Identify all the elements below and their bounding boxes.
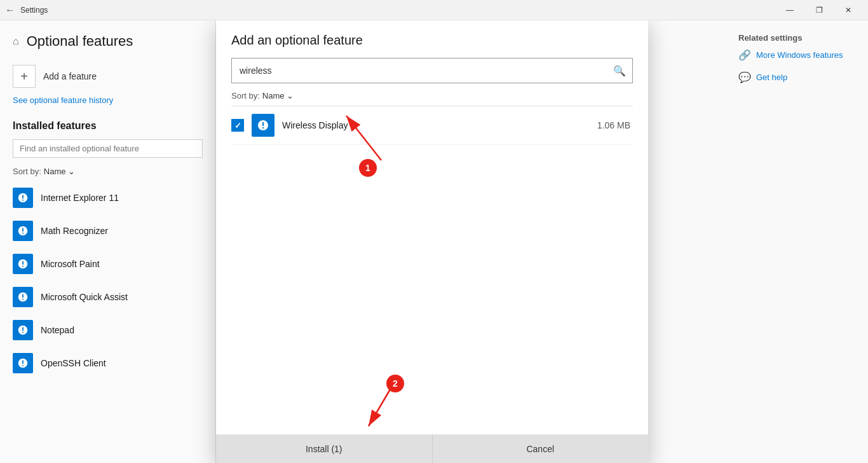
modal-body: Add an optional feature 🔍 Sort by: Name …	[216, 20, 648, 434]
list-item[interactable]: Microsoft Quick Assist	[0, 280, 215, 314]
feature-name: Math Recognizer	[41, 226, 108, 236]
add-feature-row[interactable]: + Add a feature	[0, 60, 215, 93]
feature-name: Internet Explorer 11	[41, 193, 119, 203]
back-icon[interactable]: ←	[5, 4, 15, 16]
result-feature-icon	[252, 114, 275, 137]
modal-dialog: Add an optional feature 🔍 Sort by: Name …	[216, 20, 648, 463]
see-history-link[interactable]: See optional feature history	[0, 93, 215, 115]
modal-heading: Add an optional feature	[231, 33, 633, 48]
link-icon: 🔗	[738, 49, 751, 61]
page-title: Optional features	[27, 33, 133, 50]
modal-search-button[interactable]: 🔍	[607, 59, 632, 83]
help-icon: 💬	[738, 71, 751, 83]
result-item: ✓ Wireless Display 1.06 MB	[231, 106, 633, 145]
add-feature-button[interactable]: +	[13, 65, 36, 88]
title-bar-controls: — ❐ ✕	[775, 0, 863, 20]
result-checkbox[interactable]: ✓	[231, 119, 244, 132]
sort-by-name-button[interactable]: Name ⌄	[44, 167, 76, 176]
feature-icon	[13, 287, 33, 307]
center-area: Add an optional feature 🔍 Sort by: Name …	[216, 20, 728, 463]
add-feature-label: Add a feature	[43, 71, 97, 81]
feature-name: Microsoft Paint	[41, 259, 100, 269]
more-windows-features-link[interactable]: 🔗 More Windows features	[738, 49, 858, 61]
chevron-down-icon: ⌄	[68, 167, 75, 176]
sidebar: ⌂ Optional features + Add a feature See …	[0, 20, 216, 463]
install-button[interactable]: Install (1)	[216, 435, 432, 463]
list-item[interactable]: Microsoft Paint	[0, 247, 215, 280]
title-bar: ← Settings — ❐ ✕	[0, 0, 868, 20]
sort-by-label: Sort by:	[231, 91, 260, 100]
feature-name: Notepad	[41, 325, 74, 335]
search-installed-container	[13, 139, 203, 158]
sort-by-label: Sort by:	[13, 167, 41, 176]
list-item[interactable]: Math Recognizer	[0, 214, 215, 247]
list-item[interactable]: Internet Explorer 11	[0, 181, 215, 214]
installed-features-title: Installed features	[0, 115, 215, 139]
modal-sort-row: Sort by: Name ⌄	[231, 91, 633, 100]
title-bar-left: ← Settings	[5, 4, 775, 16]
sort-row-sidebar: Sort by: Name ⌄	[0, 163, 215, 181]
feature-name: Microsoft Quick Assist	[41, 292, 128, 302]
list-item[interactable]: Notepad	[0, 314, 215, 347]
list-item[interactable]: OpenSSH Client	[0, 347, 215, 380]
feature-icon	[13, 188, 33, 208]
feature-icon	[13, 254, 33, 274]
checkmark-icon: ✓	[234, 121, 241, 130]
search-icon: 🔍	[613, 65, 626, 77]
plus-icon: +	[20, 69, 28, 84]
cancel-button[interactable]: Cancel	[432, 435, 649, 463]
feature-name: OpenSSH Client	[41, 358, 106, 368]
minimize-button[interactable]: —	[775, 0, 804, 20]
modal-search-input[interactable]	[232, 60, 607, 81]
feature-icon	[13, 221, 33, 241]
search-installed-input[interactable]	[13, 139, 203, 158]
feature-icon	[13, 353, 33, 373]
modal-results-area: ✓ Wireless Display 1.06 MB	[231, 106, 633, 385]
home-icon[interactable]: ⌂	[13, 36, 19, 47]
feature-icon	[13, 320, 33, 340]
chevron-down-icon: ⌄	[287, 91, 294, 100]
main-content: ⌂ Optional features + Add a feature See …	[0, 20, 868, 463]
modal-search-row: 🔍	[231, 58, 633, 83]
get-help-link[interactable]: 💬 Get help	[738, 71, 858, 83]
sidebar-header: ⌂ Optional features	[0, 20, 215, 60]
result-name: Wireless Display	[282, 120, 590, 130]
related-settings-title: Related settings	[738, 33, 858, 43]
close-button[interactable]: ✕	[834, 0, 863, 20]
maximize-button[interactable]: ❐	[804, 0, 834, 20]
title-bar-title: Settings	[20, 6, 48, 15]
result-size: 1.06 MB	[597, 120, 630, 130]
right-panel: Related settings 🔗 More Windows features…	[728, 20, 868, 463]
modal-footer: Install (1) Cancel	[216, 434, 648, 463]
modal-sort-by-name-button[interactable]: Name ⌄	[262, 91, 294, 100]
